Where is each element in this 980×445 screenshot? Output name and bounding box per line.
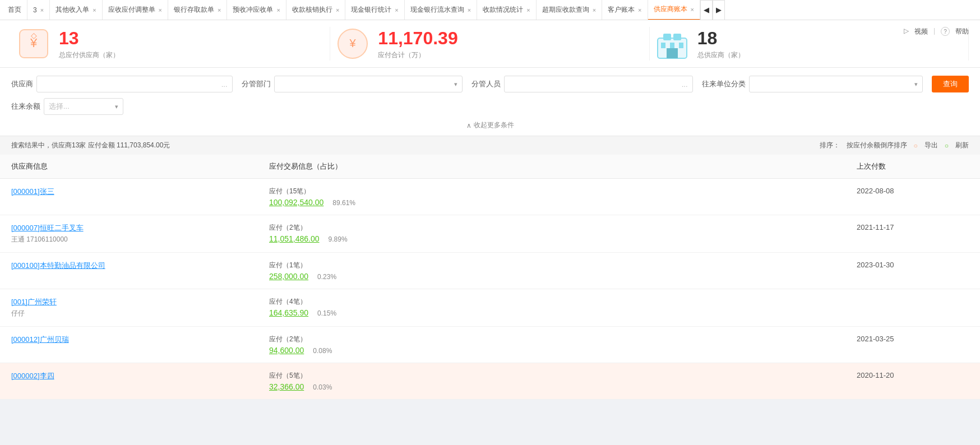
close-icon[interactable]: × [526,7,530,13]
video-link[interactable]: 视频 [914,27,928,36]
trans-amount[interactable]: 94,600.00 [269,346,304,355]
trans-percent: 89.61% [332,199,355,207]
person-field: 分管人员 ... [471,76,693,92]
result-summary: 搜索结果中，供应商13家 应付金额 111,703,854.00元 [11,141,170,150]
supplier-field: 供应商 ... [11,76,233,92]
chevron-down-icon: ▾ [115,103,118,110]
close-icon[interactable]: × [40,7,44,13]
table-row[interactable]: [000002]李四 应付（5笔） 32,366.00 0.03% 2020-1… [0,363,980,400]
lastpay-date: 2022-08-08 [857,187,894,195]
supplier-info-col: [000012]广州贝瑞 [11,335,269,345]
lastpay-col: 2021-03-25 [857,335,969,343]
total-suppliers-num: 18 [697,28,745,49]
refresh-icon: ○ [945,142,949,150]
close-icon[interactable]: × [395,7,398,13]
nav-tab-collection-verify[interactable]: 收款核销执行 × [286,0,345,20]
close-icon[interactable]: × [336,7,339,13]
summary-top-right-links: ▷ 视频 | ? 帮助 [904,27,969,36]
svg-rect-7 [673,34,681,40]
trans-label: 应付（5笔） [269,371,857,381]
nav-tab-other-income[interactable]: 其他收入单 × [50,0,102,20]
dept-field: 分管部门 ▾ [242,76,463,92]
svg-rect-9 [670,43,674,48]
dept-select[interactable]: ▾ [274,76,463,92]
payable-suppliers-num: 13 [59,28,119,49]
trans-amount[interactable]: 258,000.00 [269,272,308,281]
summary-card-payable-suppliers: ¥ ◇ 13 总应付供应商（家） [11,27,330,61]
close-icon[interactable]: × [691,6,694,13]
nav-tab-cash-bank-flow[interactable]: 现金银行流水查询 × [405,0,477,20]
supplier-name-link[interactable]: [000007]恒旺二手叉车 [11,223,269,233]
close-icon[interactable]: × [638,7,641,13]
lastpay-col: 2023-01-30 [857,261,969,269]
trans-label: 应付（4笔） [269,297,857,307]
trans-percent: 9.89% [329,235,348,243]
chevron-down-icon: ▾ [914,81,918,88]
supplier-name-link[interactable]: [000100]本特勤油品有限公司 [11,261,269,271]
nav-tab-home[interactable]: 首页 [2,0,27,20]
category-field: 往来单位分类 ▾ [702,76,923,92]
result-bar: 搜索结果中，供应商13家 应付金额 111,703,854.00元 排序： 按应… [0,136,980,155]
nav-tab-3[interactable]: 3 × [27,0,50,20]
person-label: 分管人员 [471,79,501,89]
supplier-info-col: [000001]张三 [11,187,269,197]
search-row-2: 往来余额 选择... ▾ [11,98,969,115]
trans-amount[interactable]: 32,366.00 [269,382,304,391]
close-icon[interactable]: × [93,7,96,13]
nav-arrow-right[interactable]: ▶ [713,0,725,20]
table-row[interactable]: [000100]本特勤油品有限公司 应付（1笔） 258,000.00 0.23… [0,253,980,289]
trans-amount[interactable]: 11,051,486.00 [269,234,320,243]
nav-tab-prepay-ar[interactable]: 预收冲应收单 × [227,0,286,20]
trans-label: 应付（1笔） [269,261,857,270]
close-icon[interactable]: × [276,7,280,13]
help-link[interactable]: 帮助 [955,27,969,36]
close-icon[interactable]: × [593,7,596,13]
trans-amount[interactable]: 100,092,540.00 [269,198,323,207]
transaction-col: 应付（1笔） 258,000.00 0.23% [269,261,857,281]
table-row[interactable]: [001]广州荣轩 仔仔 应付（4笔） 164,635.90 0.15% [0,289,980,327]
refresh-button[interactable]: 刷新 [955,141,969,150]
collapse-button[interactable]: ∧ 收起更多条件 [11,120,969,130]
person-input[interactable]: ... [504,76,693,92]
collapse-up-icon: ∧ [466,122,471,129]
lastpay-date: 2021-03-25 [857,335,894,343]
svg-rect-6 [663,34,671,40]
nav-tab-ar-ap-adjust[interactable]: 应收应付调整单 × [103,0,168,20]
supplier-name-link[interactable]: [000002]李四 [11,371,269,381]
close-icon[interactable]: × [218,7,221,13]
table-row[interactable]: [000007]恒旺二手叉车 王通 17106110000 应付（2笔） 11,… [0,215,980,253]
nav-tab-bank-deposit[interactable]: 银行存取款单 × [168,0,227,20]
payable-total-num: 11,170.39 [378,28,457,49]
supplier-info-col: [001]广州荣轩 仔仔 [11,297,269,318]
query-button[interactable]: 查询 [932,76,969,92]
nav-tab-cash-bank-stat[interactable]: 现金银行统计 × [345,0,404,20]
sort-label: 排序： [820,141,840,150]
supplier-name-link[interactable]: [000001]张三 [11,187,269,197]
export-button[interactable]: 导出 [924,141,938,150]
trans-label: 应付（2笔） [269,335,857,344]
close-icon[interactable]: × [468,7,471,13]
transaction-col: 应付（2笔） 94,600.00 0.08% [269,335,857,355]
balance-select[interactable]: 选择... ▾ [44,98,123,115]
nav-tab-overdue-ar[interactable]: 超期应收款查询 × [537,0,602,20]
supplier-label: 供应商 [11,79,33,89]
nav-tab-collection-stat[interactable]: 收款情况统计 × [477,0,536,20]
category-select[interactable]: ▾ [749,76,923,92]
table-row[interactable]: [000001]张三 应付（15笔） 100,092,540.00 89.61%… [0,179,980,215]
lastpay-date: 2023-01-30 [857,261,894,269]
search-area: 供应商 ... 分管部门 ▾ 分管人员 ... 往来单位分类 ▾ [0,68,980,136]
table-row[interactable]: [000012]广州贝瑞 应付（2笔） 94,600.00 0.08% 2021… [0,327,980,363]
lastpay-col: 2022-08-08 [857,187,969,195]
nav-tab-customer-book[interactable]: 客户账本 × [602,0,648,20]
supplier-name-link[interactable]: [000012]广州贝瑞 [11,335,269,345]
summary-bar: ¥ ◇ 13 总应付供应商（家） ¥ 11,170.39 应付合计（万） [0,20,980,68]
payable-suppliers-icon: ¥ ◇ [17,27,50,61]
trans-amount[interactable]: 164,635.90 [269,308,308,317]
supplier-input[interactable]: ... [36,76,233,92]
sort-value[interactable]: 按应付余额倒序排序 [847,141,907,150]
nav-tab-supplier-book[interactable]: 供应商账本 × [648,0,700,20]
nav-arrow-left[interactable]: ◀ [700,0,713,20]
close-icon[interactable]: × [159,7,162,13]
supplier-name-link[interactable]: [001]广州荣轩 [11,297,269,307]
chevron-down-icon: ▾ [454,81,457,88]
